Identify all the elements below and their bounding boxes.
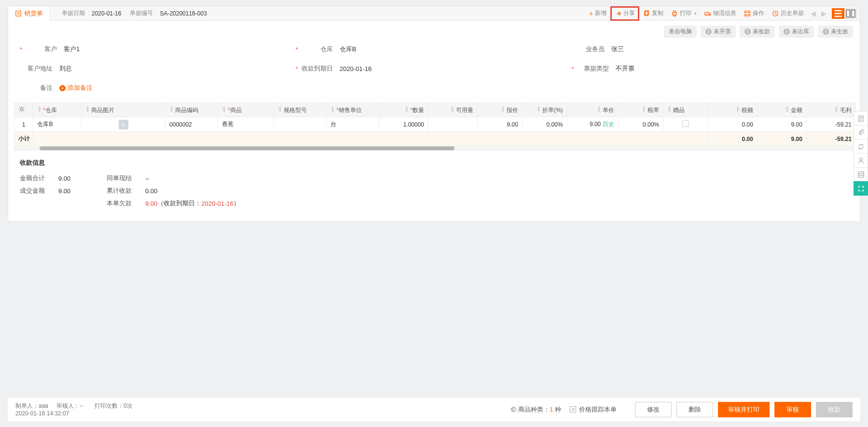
col-unit[interactable]: ▲▼*销售单位 [327,103,379,117]
cell-amount[interactable]: 9.00 [757,117,806,132]
audit-button[interactable]: 审核 [774,402,811,417]
svg-rect-11 [745,14,747,16]
cell-unit[interactable]: 台 [327,117,379,132]
field-salesman: 业务员 张三 [572,40,848,59]
paperclip-icon [857,129,865,136]
col-qty[interactable]: ▲▼*数量 [379,103,428,117]
copy-button[interactable]: 复制 [639,6,667,21]
cell-discount[interactable]: 0.00% [522,117,567,132]
footer-bar: 制单人：aaa 审核人：-- 打印次数：0次 2020-01-16 14:32:… [8,397,860,421]
subtotal-row: 小计 0.00 9.00 -59.21 [14,132,856,146]
subtotal-label: 小计 [14,132,33,146]
gift-checkbox[interactable] [682,120,689,127]
scrollbar-thumb[interactable] [40,146,455,150]
top-bar: 销货单 单据日期 2020-01-16 单据编号 SA-20200116-003… [8,6,860,21]
svg-point-18 [859,157,862,160]
svg-rect-12 [748,14,750,16]
refresh-icon [857,143,865,150]
add-button[interactable]: + 新增 [585,6,610,21]
svg-rect-3 [673,13,677,14]
audit-print-button[interactable]: 审核并打印 [718,402,770,417]
rail-expand[interactable] [854,181,868,196]
tab-sales-order[interactable]: 销货单 [8,6,50,21]
col-tax[interactable]: ▲▼税率 [619,103,663,117]
rail-note[interactable] [854,111,868,126]
due-date-value[interactable]: 2020-01-16 [340,65,372,72]
field-customer: *客户 客户1 [20,40,296,59]
history-button[interactable]: 历史单据 [768,6,808,21]
logistics-button[interactable]: 物流信息 [701,6,740,21]
col-spec[interactable]: ▲▼规格型号 [274,103,327,117]
view-toggle [832,8,857,19]
status-not-effective: i未生效 [818,26,853,38]
col-gift[interactable]: ▲▼赠品 [663,103,708,117]
add-remark-button[interactable]: + 添加备注 [59,84,93,92]
price-history-link[interactable]: 历史 [603,121,614,128]
cell-tax[interactable]: 0.00% [619,117,663,132]
cell-image[interactable]: b [82,117,165,132]
cash-amount: 同单现结-- [107,172,240,185]
view-card[interactable] [844,8,857,19]
ops-button[interactable]: 操作 [740,6,768,21]
truck-icon [704,10,711,17]
line-items-table: ▲▼*仓库 ▲▼商品图片 ▲▼商品编码 ▲▼*商品 ▲▼规格型号 ▲▼*销售单位… [14,102,856,151]
cell-qty[interactable]: 1.00000 [379,117,428,132]
svg-rect-15 [852,10,855,17]
col-discount[interactable]: ▲▼折率(%) [522,103,567,117]
rail-refresh[interactable] [854,139,868,154]
tab-title: 销货单 [24,9,43,18]
col-taxamt[interactable]: ▲▼税额 [708,103,757,117]
svg-rect-9 [745,11,747,13]
col-image[interactable]: ▲▼商品图片 [82,103,165,117]
gear-column[interactable] [14,103,33,117]
price-follow-checkbox[interactable]: ✓ 价格跟踪本单 [570,405,617,414]
horizontal-scrollbar[interactable] [14,146,856,151]
col-product[interactable]: ▲▼*商品 [218,103,274,117]
svg-point-7 [706,14,707,15]
field-address: 客户地址 刘总 [20,59,296,78]
col-price[interactable]: ▲▼单价 [567,103,619,117]
edit-button[interactable]: 修改 [635,402,672,417]
prev-doc[interactable]: ◀ [808,10,818,17]
subtotal-amount: 9.00 [757,132,806,146]
cell-spec[interactable] [274,117,327,132]
invoice-type-value[interactable]: 不开票 [616,64,634,73]
next-doc[interactable]: ▶ [818,10,829,17]
salesman-value[interactable]: 张三 [611,45,624,54]
view-list[interactable] [832,8,844,19]
cell-product[interactable]: 香蕉 [218,117,274,132]
cell-gift[interactable] [663,117,708,132]
rail-list[interactable] [854,167,868,182]
col-avail[interactable]: ▲▼可用量 [428,103,478,117]
footer-time: 2020-01-16 14:32:07 [15,410,133,417]
subtotal-taxamt: 0.00 [708,132,757,146]
col-warehouse[interactable]: ▲▼*仓库 [33,103,82,117]
cell-warehouse[interactable]: 仓库B [33,117,82,132]
address-redacted [72,63,197,74]
customer-value[interactable]: 客户1 [64,45,80,54]
col-amount[interactable]: ▲▼金额 [757,103,806,117]
print-button[interactable]: 打印 ▾ [667,6,701,21]
cell-code[interactable]: 0000002 [165,117,218,132]
rail-user[interactable] [854,153,868,168]
cell-avail[interactable] [428,117,478,132]
col-quote[interactable]: ▲▼报价 [478,103,523,117]
delete-button[interactable]: 删除 [676,402,713,417]
cell-price[interactable]: 9.00历史 [567,117,619,132]
table-row[interactable]: 1 仓库B b 0000002 香蕉 台 1.00000 9.00 0.00% … [14,117,856,132]
field-remark: 备注 + 添加备注 [20,78,296,98]
cell-taxamt[interactable]: 0.00 [708,117,757,132]
col-code[interactable]: ▲▼商品编码 [165,103,218,117]
status-no-out: i未出库 [779,26,814,38]
share-button[interactable]: 分享 [610,6,639,21]
address-value[interactable]: 刘总 [59,64,72,73]
info-icon: i [823,28,829,35]
cell-quote[interactable]: 9.00 [478,117,523,132]
checkbox-icon: ✓ [570,406,576,413]
svg-rect-4 [673,11,675,13]
doc-date-label: 单据日期 [62,9,85,17]
warehouse-value[interactable]: 仓库B [340,45,357,54]
rail-attach[interactable] [854,125,868,140]
cell-profit[interactable]: -59.21 [806,117,855,132]
col-profit[interactable]: ▲▼毛利 [806,103,855,117]
